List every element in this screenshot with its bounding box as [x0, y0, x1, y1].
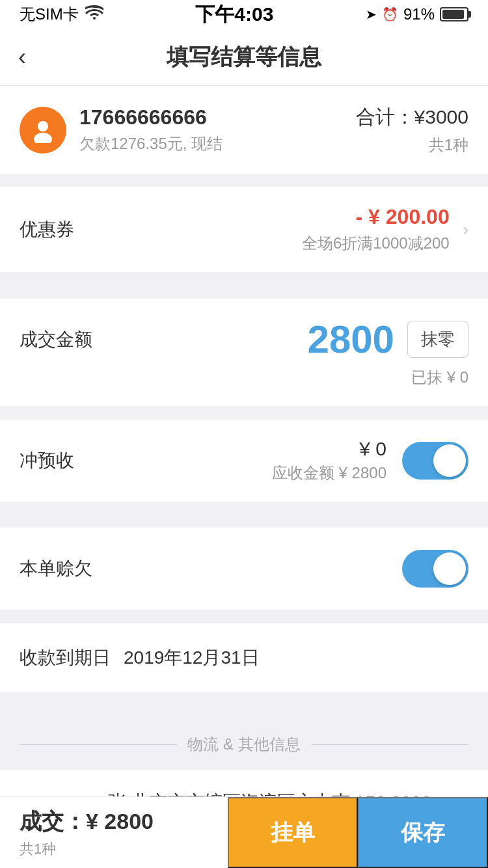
- title-line-right: [311, 744, 468, 745]
- round-zero-button[interactable]: 抹零: [407, 321, 468, 358]
- alarm-icon: ⏰: [382, 7, 398, 22]
- svg-point-0: [38, 121, 48, 131]
- prepay-right: ¥ 0 应收金额 ¥ 2800: [272, 438, 386, 483]
- divider-3: [0, 705, 488, 718]
- status-time: 下午4:03: [195, 1, 273, 28]
- prepay-label: 冲预收: [20, 448, 74, 473]
- status-right: ➤ ⏰ 91%: [366, 5, 468, 23]
- due-date-label: 收款到期日: [20, 645, 111, 670]
- user-info-row: 17666666666 欠款1276.35元, 现结 合计：¥3000 共1种: [0, 86, 488, 174]
- deal-amount-value: 2800: [308, 317, 394, 362]
- credit-toggle-knob: [433, 552, 466, 585]
- logistics-section-title: 物流 & 其他信息: [187, 734, 300, 755]
- coupon-sub: 全场6折满1000减200: [302, 233, 450, 254]
- deal-amount-row: 成交金额 2800 抹零: [20, 317, 468, 362]
- user-debt: 欠款1276.35元, 现结: [79, 133, 223, 154]
- bottom-count: 共1种: [20, 839, 208, 859]
- toggle-knob: [433, 444, 466, 477]
- prepay-amount: ¥ 0: [359, 438, 386, 460]
- no-sim-text: 无SIM卡: [20, 4, 79, 25]
- due-date-value: 2019年12月31日: [124, 645, 260, 670]
- total-amount: 合计：¥3000: [356, 104, 468, 131]
- location-icon: ➤: [366, 7, 377, 22]
- prepay-toggle[interactable]: [402, 442, 468, 480]
- status-bar: 无SIM卡 下午4:03 ➤ ⏰ 91%: [0, 0, 488, 29]
- user-info-section: 17666666666 欠款1276.35元, 现结 合计：¥3000 共1种: [0, 86, 488, 174]
- credit-label: 本单赊欠: [20, 556, 92, 581]
- user-right: 合计：¥3000 共1种: [356, 104, 468, 156]
- bottom-bar: 成交：¥ 2800 共1种 挂单 保存: [0, 796, 488, 868]
- bottom-summary: 成交：¥ 2800 共1种: [0, 797, 228, 868]
- battery-icon: [440, 7, 468, 21]
- prepay-row: 冲预收 ¥ 0 应收金额 ¥ 2800: [20, 438, 468, 483]
- coupon-value: - ¥ 200.00: [356, 205, 450, 229]
- hang-order-button[interactable]: 挂单: [228, 797, 358, 868]
- bottom-deal: 成交：¥ 2800: [20, 807, 208, 837]
- page-title: 填写结算等信息: [167, 42, 321, 72]
- deal-amount-section: 成交金额 2800 抹零 已抹 ¥ 0: [0, 299, 488, 406]
- battery-text: 91%: [403, 5, 435, 23]
- due-date-row: 收款到期日 2019年12月31日: [0, 623, 488, 692]
- svg-point-1: [34, 133, 52, 143]
- credit-toggle[interactable]: [402, 550, 468, 588]
- deal-amount-right: 2800 抹零: [308, 317, 468, 362]
- logistics-section-title-row: 物流 & 其他信息: [0, 718, 488, 770]
- user-phone: 17666666666: [79, 105, 223, 129]
- bottom-deal-label: 成交：: [20, 809, 86, 834]
- user-left: 17666666666 欠款1276.35元, 现结: [20, 105, 223, 154]
- status-left: 无SIM卡: [20, 4, 103, 25]
- coupon-value-area: - ¥ 200.00 全场6折满1000减200: [302, 205, 450, 254]
- prepay-sub: 应收金额 ¥ 2800: [272, 463, 386, 483]
- save-button[interactable]: 保存: [358, 797, 488, 868]
- deal-amount-label: 成交金额: [20, 327, 92, 352]
- deal-sub: 已抹 ¥ 0: [20, 367, 468, 388]
- title-line-left: [20, 744, 177, 745]
- prepay-section: 冲预收 ¥ 0 应收金额 ¥ 2800: [0, 419, 488, 502]
- bottom-deal-amount: ¥ 2800: [86, 809, 154, 834]
- back-button[interactable]: ‹: [18, 44, 26, 71]
- coupon-label: 优惠券: [20, 217, 74, 242]
- coupon-chevron: ›: [463, 219, 468, 240]
- avatar: [20, 107, 66, 154]
- wifi-icon: [85, 5, 103, 23]
- user-info-text: 17666666666 欠款1276.35元, 现结: [79, 105, 223, 154]
- coupon-row[interactable]: 优惠券 - ¥ 200.00 全场6折满1000减200 ›: [0, 187, 488, 273]
- credit-row: 本单赊欠: [0, 528, 488, 610]
- total-count: 共1种: [356, 135, 468, 156]
- divider-1: [0, 286, 488, 299]
- divider-2: [0, 515, 488, 528]
- nav-bar: ‹ 填写结算等信息: [0, 29, 488, 86]
